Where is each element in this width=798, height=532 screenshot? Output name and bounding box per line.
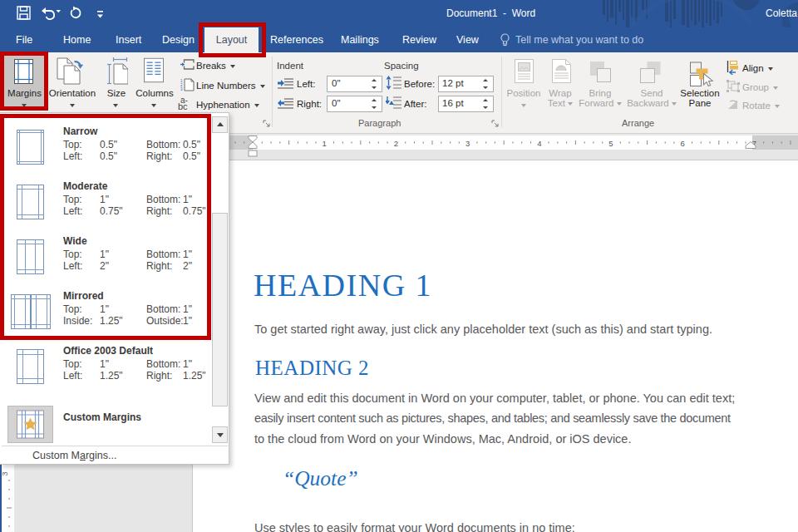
svg-text:6: 6	[681, 139, 685, 148]
svg-text:4: 4	[537, 139, 541, 148]
svg-text:1: 1	[323, 139, 327, 148]
svg-text:3: 3	[466, 139, 470, 148]
svg-text:5: 5	[608, 139, 613, 148]
svg-text:3: 3	[180, 87, 183, 91]
svg-text:2: 2	[394, 139, 398, 148]
svg-text:3: 3	[2, 471, 9, 475]
